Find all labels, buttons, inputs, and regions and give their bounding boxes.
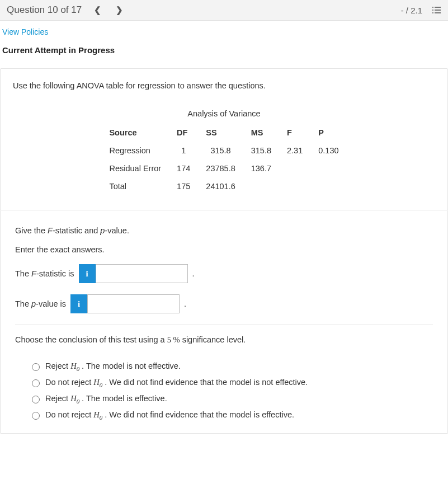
cell-source: Regression (101, 142, 169, 159)
text: -statistic is (36, 269, 74, 278)
panel1-instructions: Use the following ANOVA table for regres… (13, 81, 435, 90)
list-menu-icon[interactable] (431, 5, 441, 15)
significance-level: 5 % (167, 335, 180, 344)
col-f: F (279, 124, 310, 142)
cell-ss: 315.8 (198, 142, 243, 159)
svg-point-2 (432, 10, 433, 11)
score-display: - / 2.1 (401, 6, 422, 15)
f-italic: F (31, 269, 36, 278)
question-counter: Question 10 of 17 (7, 4, 82, 16)
f-statistic-input[interactable] (96, 264, 188, 283)
prompt-enter-exact: Enter the exact answers. (15, 245, 433, 254)
cell-p (310, 177, 346, 195)
svg-point-4 (432, 12, 433, 13)
question-panel-2: Give the F-statistic and p-value. Enter … (0, 210, 448, 434)
attempt-title: Current Attempt in Progress (2, 45, 446, 55)
anova-table: Source DF SS MS F P Regression 1 315.8 3… (101, 124, 346, 195)
cell-f: 2.31 (279, 142, 310, 159)
p-value-row: The p-value is i . (15, 294, 433, 313)
cell-df: 1 (169, 142, 198, 159)
options-group: Reject H0 . The model is not effective. … (15, 361, 433, 421)
period: . (184, 299, 186, 308)
cell-source: Total (101, 177, 169, 195)
p-italic: p (31, 299, 36, 308)
option-radio-1[interactable] (32, 363, 40, 371)
cell-p: 0.130 (310, 142, 346, 159)
divider (15, 325, 433, 325)
cell-f (279, 159, 310, 177)
text: The (15, 269, 31, 278)
text: Give the (15, 226, 48, 235)
question-header: Question 10 of 17 ❮ ❯ - / 2.1 (0, 0, 448, 21)
text: -statistic and (53, 226, 100, 235)
option-text: Reject H0 . The model is not effective. (45, 361, 181, 372)
p-value-input[interactable] (87, 294, 180, 313)
info-icon[interactable]: i (70, 294, 87, 313)
text: -value. (105, 226, 129, 235)
option-text: Do not reject H0 . We did not find evide… (45, 410, 294, 421)
view-policies-link[interactable]: View Policies (2, 27, 48, 36)
p-label: The p-value is (15, 299, 66, 308)
col-ms: MS (243, 124, 279, 142)
text: significance level. (180, 335, 246, 344)
period: . (192, 269, 195, 278)
f-statistic-row: The F-statistic is i . (15, 264, 433, 283)
option-radio-4[interactable] (32, 412, 40, 420)
table-row: Total 175 24101.6 (101, 177, 346, 195)
question-panel-1: Use the following ANOVA table for regres… (0, 68, 448, 210)
col-df: DF (169, 124, 198, 142)
text: The (15, 299, 31, 308)
table-row: Regression 1 315.8 315.8 2.31 0.130 (101, 142, 346, 159)
cell-ms: 315.8 (243, 142, 279, 159)
info-icon[interactable]: i (79, 264, 96, 283)
anova-title: Analysis of Variance (13, 109, 435, 118)
cell-source: Residual Error (101, 159, 169, 177)
prompt-give: Give the F-statistic and p-value. (15, 226, 433, 235)
table-header-row: Source DF SS MS F P (101, 124, 346, 142)
header-left: Question 10 of 17 ❮ ❯ (7, 4, 125, 16)
col-p: P (310, 124, 346, 142)
option-row[interactable]: Do not reject H0 . We did not find evide… (32, 378, 433, 388)
cell-ms: 136.7 (243, 159, 279, 177)
cell-p (310, 159, 346, 177)
f-italic: F (48, 226, 53, 235)
option-row[interactable]: Reject H0 . The model is effective. (32, 394, 433, 405)
cell-df: 174 (169, 159, 198, 177)
svg-point-0 (432, 7, 433, 8)
col-ss: SS (198, 124, 243, 142)
cell-df: 175 (169, 177, 198, 195)
conclusion-prompt: Choose the conclusion of this test using… (15, 335, 433, 345)
cell-ss: 24101.6 (198, 177, 243, 195)
prev-question-button[interactable]: ❮ (92, 5, 103, 15)
next-question-button[interactable]: ❯ (114, 5, 125, 15)
cell-ss: 23785.8 (198, 159, 243, 177)
content-top: View Policies Current Attempt in Progres… (0, 21, 448, 60)
cell-f (279, 177, 310, 195)
option-radio-3[interactable] (32, 396, 40, 403)
text: Choose the conclusion of this test using… (15, 335, 167, 344)
f-label: The F-statistic is (15, 269, 74, 278)
option-text: Do not reject H0 . We did not find evide… (45, 378, 308, 388)
text: -value is (36, 299, 66, 308)
table-row: Residual Error 174 23785.8 136.7 (101, 159, 346, 177)
option-radio-2[interactable] (32, 379, 40, 387)
option-row[interactable]: Reject H0 . The model is not effective. (32, 361, 433, 372)
option-row[interactable]: Do not reject H0 . We did not find evide… (32, 410, 433, 421)
anova-wrap: Analysis of Variance Source DF SS MS F P… (13, 109, 435, 195)
option-text: Reject H0 . The model is effective. (45, 394, 167, 405)
header-right: - / 2.1 (401, 5, 441, 15)
cell-ms (243, 177, 279, 195)
col-source: Source (101, 124, 169, 142)
